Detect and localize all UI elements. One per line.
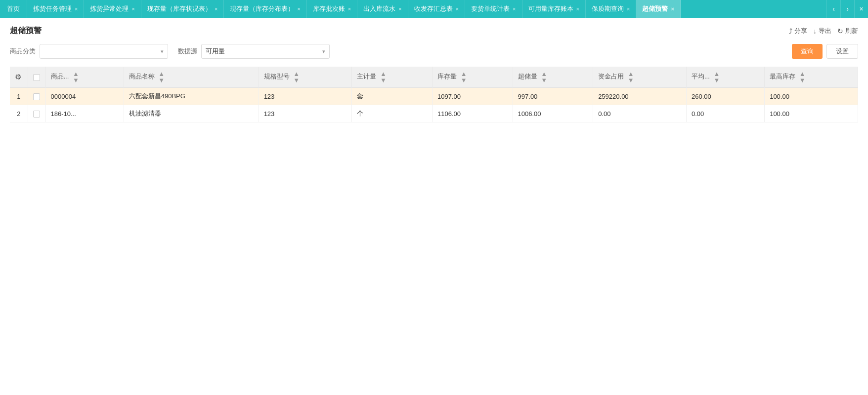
row-num: 1 [10, 88, 28, 105]
col-label-stock: 库存量 [437, 73, 457, 80]
col-header-unit[interactable]: 主计量 ▲▼ [352, 67, 433, 88]
sort-arrows-overstock[interactable]: ▲▼ [541, 71, 547, 83]
sort-arrows-avg[interactable]: ▲▼ [713, 71, 720, 83]
nav-tab-close[interactable]: × [215, 6, 217, 12]
row-checkbox-cell[interactable] [28, 105, 45, 122]
product-category-dropdown-icon: ▾ [161, 48, 164, 55]
col-header-stock[interactable]: 库存量 ▲▼ [433, 67, 513, 88]
table-body: 1 0000004 六配套新昌490BPG 123 套 1097.00 997.… [10, 88, 858, 122]
gear-icon[interactable]: ⚙ [15, 73, 21, 81]
nav-tab-close[interactable]: × [513, 6, 516, 12]
nav-tab-tab-3[interactable]: 现存量（库存状况表）× [141, 0, 224, 18]
nav-tab-tab-11[interactable]: 超储预警× [636, 0, 680, 18]
nav-tab-tab-4[interactable]: 现存量（库存分布表）× [224, 0, 306, 18]
nav-tab-close[interactable]: × [576, 6, 579, 12]
sort-arrows-unit[interactable]: ▲▼ [380, 71, 387, 83]
cell-spec: 123 [259, 88, 352, 105]
cell-capital: 259220.00 [593, 88, 687, 105]
row-checkbox-cell[interactable] [28, 88, 45, 105]
sort-arrows-product-code[interactable]: ▲▼ [73, 71, 79, 83]
sort-arrows-product-name[interactable]: ▲▼ [158, 71, 165, 83]
cell-overstock: 1006.00 [513, 105, 593, 122]
nav-tab-close[interactable]: × [131, 6, 134, 12]
datasource-label: 数据源 [178, 47, 197, 56]
nav-tab-tab-7[interactable]: 收发存汇总表× [408, 0, 465, 18]
nav-tab-tab-1[interactable]: 拣货任务管理× [27, 0, 84, 18]
product-category-label: 商品分类 [10, 47, 36, 56]
nav-tab-label: 收发存汇总表 [414, 4, 453, 13]
nav-next-btn[interactable]: › [840, 0, 854, 18]
nav-tab-label: 现存量（库存分布表） [230, 4, 294, 13]
nav-tab-label: 拣货任务管理 [33, 4, 72, 13]
refresh-label: 刷新 [845, 27, 858, 36]
page-title: 超储预警 [10, 26, 42, 36]
row-checkbox[interactable] [33, 111, 40, 118]
col-header-spec[interactable]: 规格型号 ▲▼ [259, 67, 352, 88]
refresh-button[interactable]: ↻ 刷新 [837, 27, 858, 36]
col-label-unit: 主计量 [357, 73, 376, 80]
sort-arrows-spec[interactable]: ▲▼ [293, 71, 300, 83]
nav-tab-tab-10[interactable]: 保质期查询× [586, 0, 636, 18]
nav-close-all-btn[interactable]: × [854, 0, 868, 18]
col-header-product-name[interactable]: 商品名称 ▲▼ [124, 67, 259, 88]
product-category-filter: 商品分类 ▾ [10, 44, 168, 59]
sort-arrows-capital[interactable]: ▲▼ [628, 71, 634, 83]
nav-tab-tab-6[interactable]: 出入库流水× [357, 0, 408, 18]
page-header: 超储预警 ⤴ 分享 ↓ 导出 ↻ 刷新 [10, 26, 858, 36]
cell-max-stock: 100.00 [765, 105, 858, 122]
nav-tab-tab-5[interactable]: 库存批次账× [307, 0, 357, 18]
export-icon: ↓ [813, 27, 817, 35]
nav-prev-btn[interactable]: ‹ [826, 0, 840, 18]
row-checkbox[interactable] [33, 93, 40, 100]
col-header-avg[interactable]: 平均... ▲▼ [686, 67, 764, 88]
datasource-select[interactable]: 可用量 ▾ [201, 44, 330, 59]
nav-tab-tab-8[interactable]: 要货单统计表× [465, 0, 522, 18]
cell-stock: 1097.00 [433, 88, 513, 105]
product-category-select[interactable]: ▾ [40, 44, 168, 59]
share-button[interactable]: ⤴ 分享 [789, 27, 807, 36]
nav-tab-close[interactable]: × [671, 6, 674, 12]
datasource-value: 可用量 [206, 47, 225, 56]
export-label: 导出 [819, 27, 831, 36]
cell-spec: 123 [259, 105, 352, 122]
sort-arrows-max-stock[interactable]: ▲▼ [799, 71, 806, 83]
nav-tab-close[interactable]: × [297, 6, 300, 12]
nav-tab-label: 现存量（库存状况表） [147, 4, 212, 13]
col-header-settings[interactable]: ⚙ [10, 67, 28, 88]
col-header-overstock[interactable]: 超储量 ▲▼ [513, 67, 593, 88]
settings-button[interactable]: 设置 [826, 44, 858, 59]
col-header-product-code[interactable]: 商品... ▲▼ [45, 67, 124, 88]
col-header-checkbox[interactable] [28, 67, 45, 88]
nav-tab-close[interactable]: × [348, 6, 351, 12]
export-button[interactable]: ↓ 导出 [813, 27, 831, 36]
nav-tab-tab-2[interactable]: 拣货异常处理× [84, 0, 141, 18]
cell-avg: 0.00 [686, 105, 764, 122]
page-content: 超储预警 ⤴ 分享 ↓ 导出 ↻ 刷新 商品分类 ▾ 数据源 [0, 18, 868, 395]
cell-product-name: 机油滤清器 [124, 105, 259, 122]
sort-arrows-stock[interactable]: ▲▼ [461, 71, 467, 83]
refresh-icon: ↻ [837, 27, 843, 35]
table-row[interactable]: 1 0000004 六配套新昌490BPG 123 套 1097.00 997.… [10, 88, 858, 105]
nav-tab-tab-9[interactable]: 可用量库存账本× [522, 0, 586, 18]
cell-product-code: 0000004 [45, 88, 124, 105]
filter-row: 商品分类 ▾ 数据源 可用量 ▾ 查询 设置 [10, 44, 858, 59]
nav-home[interactable]: 首页 [0, 0, 27, 18]
nav-tab-close[interactable]: × [456, 6, 459, 12]
nav-tab-close[interactable]: × [398, 6, 401, 12]
cell-product-name: 六配套新昌490BPG [124, 88, 259, 105]
query-button[interactable]: 查询 [792, 44, 823, 59]
nav-tab-close[interactable]: × [627, 6, 630, 12]
cell-avg: 260.00 [686, 88, 764, 105]
col-header-max-stock[interactable]: 最高库存 ▲▼ [765, 67, 858, 88]
nav-tabs: 拣货任务管理×拣货异常处理×现存量（库存状况表）×现存量（库存分布表）×库存批次… [27, 0, 681, 18]
filter-buttons: 查询 设置 [792, 44, 858, 59]
col-label-avg: 平均... [692, 73, 710, 80]
nav-tab-label: 要货单统计表 [471, 4, 510, 13]
col-label-product-code: 商品... [51, 73, 69, 80]
col-label-overstock: 超储量 [518, 73, 537, 80]
col-header-capital[interactable]: 资金占用 ▲▼ [593, 67, 687, 88]
table-row[interactable]: 2 186-10... 机油滤清器 123 个 1106.00 1006.00 … [10, 105, 858, 122]
nav-tab-close[interactable]: × [75, 6, 78, 12]
cell-max-stock: 100.00 [765, 88, 858, 105]
select-all-checkbox[interactable] [33, 74, 40, 81]
